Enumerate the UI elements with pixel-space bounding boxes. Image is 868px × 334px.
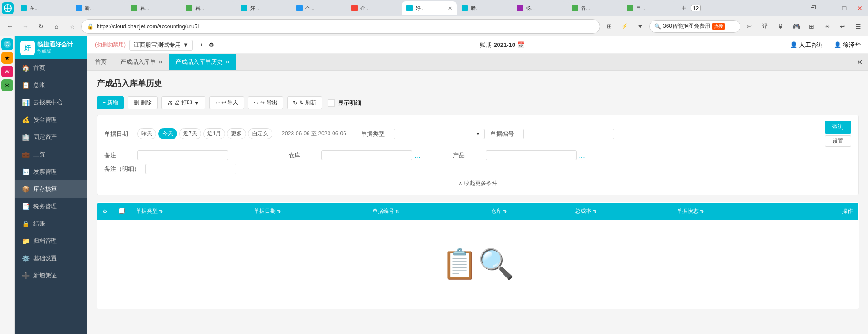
grid-icon[interactable]: ⊞ [805,20,818,33]
app-icon-weibo[interactable]: W [1,66,13,77]
theme-icon[interactable]: ☀ [821,20,833,33]
url-bar[interactable]: 🔒 https://cloud.chanjet.com/accounting/u… [81,19,600,34]
query-button[interactable]: 查询 [825,121,851,134]
content-tab-parent[interactable]: 产成品入库单 ✕ [114,54,169,70]
date-pill-today[interactable]: 今天 [158,128,177,139]
th-total-cost[interactable]: 总成本 ⇅ [570,203,671,220]
lightning-button[interactable]: ⚡ [618,20,631,33]
refresh-button[interactable]: ↻ [35,20,47,33]
import-button[interactable]: ↩ ↩ 导入 [209,96,244,109]
content-tab-parent-close[interactable]: ✕ [159,59,163,65]
home-button[interactable]: ⌂ [50,20,63,33]
sidebar-item-ledger[interactable]: 📋 总账 [15,77,87,94]
th-status[interactable]: 单据状态 ⇅ [671,203,790,220]
undo-icon[interactable]: ↩ [836,20,849,33]
th-warehouse[interactable]: 仓库 ⇅ [485,203,570,220]
show-detail-checkbox[interactable] [328,99,335,107]
date-pill-yesterday[interactable]: 昨天 [137,128,156,139]
add-period-btn[interactable]: + [200,41,204,48]
sidebar-item-payroll[interactable]: 💼 工资 [15,146,87,163]
sidebar-item-new-voucher[interactable]: ➕ 新增凭证 [15,267,87,284]
date-pill-more[interactable]: 更多 [227,128,246,139]
browser-logo[interactable] [2,2,14,14]
sidebar-item-closing[interactable]: 🔒 结账 [15,215,87,232]
sidebar-item-settings[interactable]: ⚙️ 基础设置 [15,250,87,267]
number-filter-input[interactable] [523,129,614,139]
sidebar-item-invoice[interactable]: 🧾 发票管理 [15,163,87,180]
tab-4[interactable]: 易... [181,1,236,15]
breadcrumb-home[interactable]: 首页 [87,54,114,70]
tab-12[interactable]: 目... [622,1,677,15]
sidebar-item-tax[interactable]: 📑 税务管理 [15,198,87,215]
th-gear[interactable]: ⚙ [97,203,113,220]
settings-filter-button[interactable]: 设置 [825,135,851,147]
tab-3[interactable]: 易... [126,1,181,15]
tab-2[interactable]: 新... [71,1,126,15]
new-tab-button[interactable]: + [678,2,690,15]
date-pill-custom[interactable]: 自定义 [248,128,272,139]
th-number[interactable]: 单据编号 ⇅ [367,203,485,220]
product-filter-input[interactable] [486,150,577,160]
collapse-button[interactable]: ∧ 收起更多条件 [453,178,503,189]
scissors-icon[interactable]: ✂ [743,20,756,33]
th-type[interactable]: 单据类型 ⇅ [130,203,249,220]
warehouse-filter-input[interactable] [321,150,412,160]
sidebar-item-inventory[interactable]: 📦 库存核算 [15,180,87,198]
th-checkbox[interactable] [113,203,130,220]
sidebar-item-reports[interactable]: 📊 云报表中心 [15,94,87,111]
select-all-checkbox[interactable] [119,208,125,214]
sidebar-item-fixed-assets[interactable]: 🏢 固定资产 [15,128,87,146]
yuan-icon[interactable]: ¥ [774,20,787,33]
translate-icon[interactable]: 译 [759,20,771,33]
date-pill-7days[interactable]: 近7天 [179,128,201,139]
panel-close-button[interactable]: ✕ [851,54,868,70]
search-bar-360[interactable]: 🔍 360智能抠图免费用 热搜 [649,20,740,33]
warehouse-filter-more[interactable]: ... [414,151,420,159]
content-tab-current-close[interactable]: ✕ [226,59,230,65]
company-selector[interactable]: 江西服宝测试专用 ▼ [129,40,193,51]
app-icon-mail[interactable]: ✉ [1,79,13,91]
menu-icon[interactable]: ☰ [852,20,864,33]
type-filter-select[interactable]: ▼ [394,129,485,139]
app-icon-changjettong[interactable]: C [1,38,13,50]
settings-period-btn[interactable]: ⚙ [209,41,214,48]
user-profile-btn[interactable]: 👤 徐泽华 [834,41,861,49]
print-button[interactable]: 🖨 🖨 打印 ▼ [161,96,205,109]
tab-6[interactable]: 个... [292,1,346,15]
close-window-button[interactable]: ✕ [853,2,866,15]
app-icon-star[interactable]: ★ [1,52,13,64]
remark-detail-input[interactable] [145,164,236,174]
date-pill-1month[interactable]: 近1月 [203,128,226,139]
product-filter-more[interactable]: ... [579,151,585,159]
remark-filter-input[interactable] [137,150,228,160]
tab-1[interactable]: 在... [16,1,71,15]
back-button[interactable]: ← [4,20,16,33]
tab-8[interactable]: 好... ✕ [402,1,457,15]
tab-5[interactable]: 好... [236,1,291,15]
tab-10[interactable]: 畅... [512,1,567,15]
export-button[interactable]: ↪ ↪ 导出 [248,96,283,109]
forward-button[interactable]: → [19,20,32,33]
tab-7[interactable]: 企... [347,1,401,15]
dropdown-button[interactable]: ▼ [634,20,647,33]
game-icon[interactable]: 🎮 [790,20,802,33]
delete-button[interactable]: 删 删除 [128,96,157,109]
tab-9[interactable]: 腾... [457,1,512,15]
tab-close-8[interactable]: ✕ [448,5,452,11]
tab-11[interactable]: 各... [567,1,622,15]
new-button[interactable]: + 新增 [97,96,124,109]
sidebar-item-home[interactable]: 🏠 首页 [15,59,87,77]
extensions-button[interactable]: ⊞ [603,20,616,33]
th-date[interactable]: 单据日期 ⇅ [248,203,367,220]
refresh-btn[interactable]: ↻ ↻ 刷新 [287,96,322,109]
sidebar-item-funds[interactable]: 💰 资金管理 [15,111,87,128]
maximize-button[interactable]: □ [838,2,851,15]
restore-window-button[interactable]: 🗗 [807,2,820,15]
customer-service-btn[interactable]: 👤 人工咨询 [790,41,823,49]
bookmark-button[interactable]: ☆ [66,20,78,33]
minimize-button[interactable]: — [822,2,835,15]
show-detail-toggle[interactable]: 显示明细 [328,99,361,107]
calendar-icon[interactable]: 📅 [517,41,524,48]
content-tab-current[interactable]: 产成品入库单历史 ✕ [169,54,236,70]
sidebar-item-archive[interactable]: 📁 归档管理 [15,232,87,250]
